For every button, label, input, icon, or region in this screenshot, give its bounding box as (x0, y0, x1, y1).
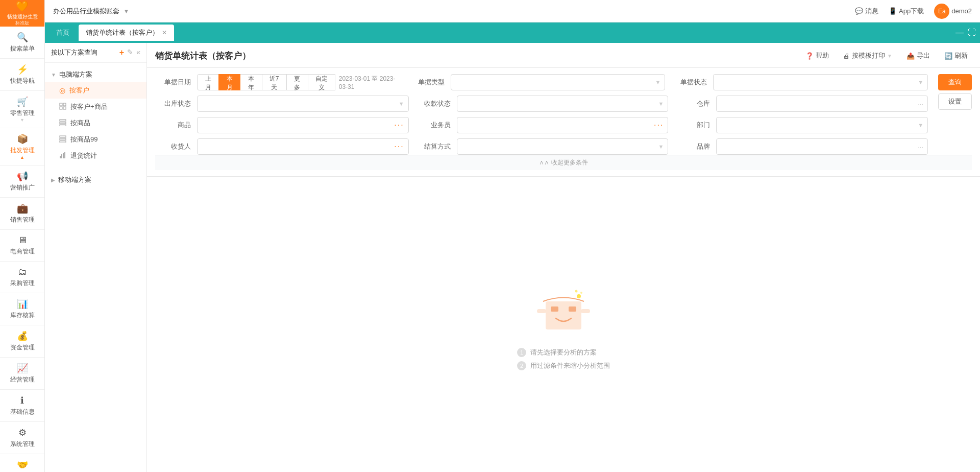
tab-maximize-icon[interactable]: ⛶ (968, 28, 976, 37)
sidebar-item-inventory[interactable]: 📊 库存核算 (0, 293, 44, 325)
sidebar-item-wholesale[interactable]: 📦 批发管理 ▲ (0, 128, 44, 166)
logo-text: 畅捷通好生意 (7, 13, 38, 20)
sidebar-item-finance[interactable]: 💰 资金管理 (0, 325, 44, 358)
help-icon: ❓ (805, 52, 814, 60)
scheme-group-desktop: ▼ 电脑端方案 ◎ 按客户 按客户+商品 按商品 (45, 63, 146, 168)
payment-status-input[interactable]: ▼ (457, 96, 669, 112)
stock-status-input[interactable]: ▼ (197, 96, 409, 112)
date-btn-last-month[interactable]: 上月 (197, 74, 219, 90)
warehouse-input[interactable]: ··· (716, 96, 928, 112)
brand-input[interactable]: ··· (716, 138, 928, 155)
date-btn-this-month[interactable]: 本月 (218, 74, 240, 90)
date-btn-more[interactable]: 更多 (286, 74, 308, 90)
query-settings-buttons: 查询 设置 (938, 74, 972, 110)
sidebar-item-ecommerce[interactable]: 🖥 电商管理 (0, 230, 44, 262)
quick-nav-icon: ⚡ (17, 64, 28, 75)
scheme-panel: 按以下方案查询 + ✎ « ▼ 电脑端方案 ◎ 按客户 (45, 43, 147, 472)
add-scheme-icon[interactable]: + (119, 48, 124, 57)
sidebar-item-system[interactable]: ⚙ 系统管理 (0, 422, 44, 454)
tip-num-2: 2 (517, 361, 526, 370)
breadcrumb-dropdown-icon[interactable]: ▼ (124, 8, 129, 14)
date-label: 单据日期 (155, 78, 191, 87)
scheme-by-customer-product-icon (59, 103, 66, 111)
sidebar-item-procurement[interactable]: 🗂 采购管理 (0, 262, 44, 293)
content-body: 按以下方案查询 + ✎ « ▼ 电脑端方案 ◎ 按客户 (45, 43, 980, 472)
page-actions: ❓ 帮助 🖨 按模板打印 ▼ 📤 导出 🔄 刷新 (801, 49, 972, 62)
doc-type-input[interactable]: ▼ (451, 74, 666, 90)
tab-close-icon[interactable]: ✕ (162, 29, 167, 36)
sidebar-item-quick-nav[interactable]: ⚡ 快捷导航 (0, 59, 44, 91)
empty-state: 1 请先选择要分析的方案 2 用过滤条件来缩小分析范围 (147, 177, 980, 472)
procurement-icon: 🗂 (18, 267, 27, 277)
scheme-item-by-customer[interactable]: ◎ 按客户 (45, 82, 146, 99)
scheme-item-by-customer-product[interactable]: 按客户+商品 (45, 99, 146, 115)
receiver-input[interactable]: ··· (197, 138, 409, 155)
collapse-more-btn[interactable]: ∧∧ 收起更多条件 (155, 155, 972, 170)
sidebar-item-retail[interactable]: 🛒 零售管理 ▼ (0, 91, 44, 128)
tab-home[interactable]: 首页 (49, 25, 77, 41)
tab-bar: 首页 销货单统计表（按客户） ✕ — ⛶ (45, 22, 980, 43)
collapse-up-icon: ∧∧ (539, 159, 549, 166)
refresh-button[interactable]: 🔄 刷新 (940, 49, 972, 62)
sidebar-item-marketing[interactable]: 📢 营销推广 (0, 166, 44, 198)
main-wrap: 办公用品行业模拟账套 ▼ 💬 消息 📱 App下载 Ea demo2 首页 (45, 0, 980, 472)
template-print-button[interactable]: 🖨 按模板打印 ▼ (839, 49, 896, 62)
warehouse-label: 仓库 (674, 99, 710, 108)
scheme-group-desktop-header[interactable]: ▼ 电脑端方案 (45, 67, 146, 82)
svg-point-19 (577, 294, 581, 298)
query-button[interactable]: 查询 (938, 74, 972, 90)
app-download-button[interactable]: 📱 App下载 (889, 7, 924, 16)
sidebar-item-basics[interactable]: ℹ 基础信息 (0, 390, 44, 422)
chevron-right-icon: ▶ (51, 177, 55, 183)
svg-rect-17 (537, 309, 546, 313)
product-dots-icon: ··· (394, 121, 404, 130)
svg-rect-10 (60, 156, 61, 158)
scheme-item-return-stat[interactable]: 退货统计 (45, 148, 146, 164)
retail-arrow: ▼ (20, 117, 24, 123)
settings-button[interactable]: 设置 (938, 93, 972, 110)
department-label: 部门 (674, 121, 710, 130)
sidebar-item-enterprise[interactable]: 🤝 企业协同 (0, 454, 44, 472)
export-button[interactable]: 📤 导出 (902, 49, 934, 62)
department-input[interactable]: ▼ (716, 117, 928, 133)
svg-rect-3 (63, 107, 66, 109)
sidebar-item-search-menu[interactable]: 🔍 搜索菜单 (0, 27, 44, 59)
header-actions: 💬 消息 📱 App下载 Ea demo2 (855, 4, 972, 19)
help-button[interactable]: ❓ 帮助 (801, 49, 833, 62)
doc-status-label: 单据状态 (671, 78, 707, 87)
doc-type-arrow-icon: ▼ (655, 79, 660, 85)
scheme-group-desktop-label: 电脑端方案 (59, 70, 92, 79)
inventory-icon: 📊 (17, 298, 28, 310)
download-icon: 📱 (889, 7, 897, 15)
scheme-group-mobile-header[interactable]: ▶ 移动端方案 (45, 172, 146, 187)
message-button[interactable]: 💬 消息 (855, 7, 878, 16)
sidebar-item-sales[interactable]: 💼 销售管理 (0, 198, 44, 230)
svg-rect-18 (581, 309, 590, 313)
enterprise-icon: 🤝 (17, 459, 28, 470)
salesperson-input[interactable]: ··· (457, 117, 669, 133)
doc-status-input[interactable]: ▼ (713, 74, 928, 90)
edit-scheme-icon[interactable]: ✎ (127, 48, 133, 57)
date-btn-last-7[interactable]: 近7天 (262, 74, 287, 90)
tab-sales-stat[interactable]: 销货单统计表（按客户） ✕ (79, 25, 174, 41)
tab-minimize-icon[interactable]: — (955, 28, 964, 37)
user-profile[interactable]: Ea demo2 (934, 4, 972, 19)
svg-rect-14 (546, 301, 581, 329)
scheme-item-by-product-99[interactable]: 按商品99 (45, 131, 146, 148)
search-menu-icon: 🔍 (17, 32, 28, 43)
print-dropdown-icon[interactable]: ▼ (887, 53, 892, 59)
department-arrow-icon: ▼ (918, 122, 923, 128)
brand-dots-icon: ··· (918, 143, 923, 151)
sidebar-item-operations[interactable]: 📈 经营管理 (0, 358, 44, 390)
basics-icon: ℹ (20, 395, 24, 406)
page-title: 销货单统计表（按客户） (155, 50, 251, 62)
scheme-item-by-product[interactable]: 按商品 (45, 115, 146, 131)
date-btn-custom[interactable]: 自定义 (308, 74, 335, 90)
print-icon: 🖨 (843, 52, 850, 60)
product-input[interactable]: ··· (197, 117, 409, 133)
filter-row-product: 商品 ··· 业务员 ··· 部门 (155, 117, 928, 133)
collapse-scheme-icon[interactable]: « (136, 48, 140, 57)
payment-method-input[interactable]: ▼ (457, 138, 669, 155)
date-btn-this-year[interactable]: 本年 (240, 74, 262, 90)
chevron-down-icon: ▼ (51, 72, 56, 78)
